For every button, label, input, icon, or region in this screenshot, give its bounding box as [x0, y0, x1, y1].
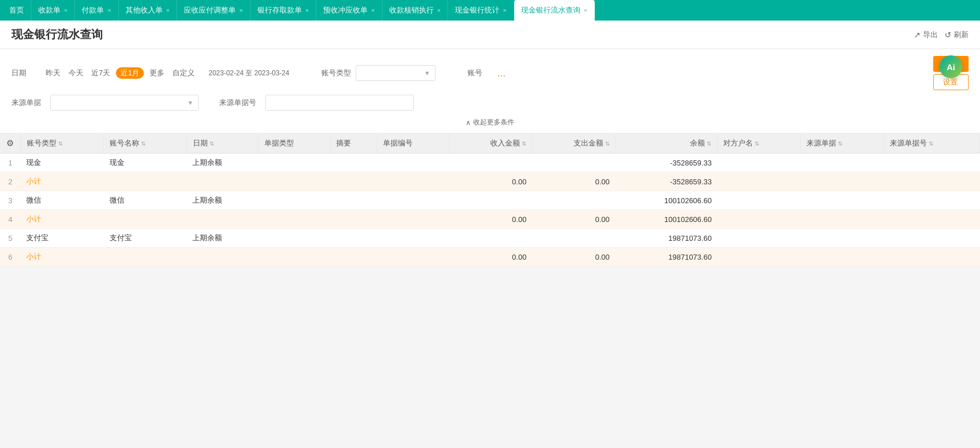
- row-num: 3: [0, 191, 21, 210]
- th-counterpart[interactable]: 对方户名⇅: [717, 134, 801, 154]
- th-expense[interactable]: 支出金额⇅: [532, 134, 615, 154]
- refresh-icon: ↺: [945, 30, 951, 39]
- close-tab-icon[interactable]: ×: [64, 7, 67, 14]
- source-doc-num-cell: [884, 154, 979, 172]
- page-title: 现金银行流水查询: [11, 27, 103, 42]
- date-cell: 上期余额: [187, 229, 258, 248]
- counterpart-cell: [717, 229, 801, 248]
- account-name-cell: [104, 248, 187, 267]
- chevron-down-icon: ▼: [424, 70, 430, 76]
- th-doc_num: 单据编号: [377, 134, 449, 154]
- sort-icon-income: ⇅: [522, 140, 526, 147]
- table-container: ⚙账号类型⇅账号名称⇅日期⇅单据类型摘要单据编号收入金额⇅支出金额⇅余额⇅对方户…: [0, 134, 980, 267]
- export-icon: ↗: [914, 30, 921, 39]
- sort-icon-source_doc_num: ⇅: [929, 140, 933, 147]
- date-shortcut-近7天[interactable]: 近7天: [89, 67, 112, 79]
- collapse-bar[interactable]: ∧ 收起更多条件: [11, 115, 969, 128]
- sort-icon-account_type: ⇅: [58, 140, 63, 147]
- expense-cell: 0.00: [532, 248, 615, 267]
- date-cell: [187, 248, 258, 267]
- date-shortcut-更多[interactable]: 更多: [147, 67, 167, 79]
- date-shortcut-自定义[interactable]: 自定义: [170, 67, 197, 79]
- ai-label: Ai: [947, 62, 955, 72]
- counterpart-cell: [717, 172, 801, 191]
- balance-cell: 100102606.60: [615, 191, 717, 210]
- nav-home[interactable]: 首页: [2, 0, 31, 21]
- sort-icon-counterpart: ⇅: [755, 140, 759, 147]
- counterpart-cell: [717, 191, 801, 210]
- th-doc_type: 单据类型: [258, 134, 330, 154]
- th-account_name[interactable]: 账号名称⇅: [104, 134, 187, 154]
- summary-cell: [330, 229, 377, 248]
- close-tab-icon[interactable]: ×: [166, 7, 170, 14]
- more-options-dots[interactable]: ...: [497, 67, 506, 79]
- doc-type-cell: [258, 172, 330, 191]
- income-cell: [449, 229, 533, 248]
- nav-tab-应收应付调整单[interactable]: 应收应付调整单×: [177, 0, 250, 21]
- close-tab-icon[interactable]: ×: [305, 7, 309, 14]
- row-num: 1: [0, 154, 21, 172]
- account-name-cell: [104, 210, 187, 229]
- close-tab-icon[interactable]: ×: [437, 7, 441, 14]
- counterpart-cell: [717, 248, 801, 267]
- source-doc-num-cell: [884, 191, 979, 210]
- th-income[interactable]: 收入金额⇅: [449, 134, 533, 154]
- refresh-button[interactable]: ↺ 刷新: [945, 30, 969, 40]
- income-cell: 0.00: [449, 172, 533, 191]
- close-tab-icon[interactable]: ×: [239, 7, 243, 14]
- income-cell: 0.00: [449, 210, 533, 229]
- account-name-cell: [104, 172, 187, 191]
- source-doc-num-cell: [884, 229, 979, 248]
- nav-tab-收款核销执行[interactable]: 收款核销执行×: [382, 0, 448, 21]
- nav-tab-付款单[interactable]: 付款单×: [75, 0, 118, 21]
- account-name-cell: 支付宝: [104, 229, 187, 248]
- nav-tab-现金银行流水查询[interactable]: 现金银行流水查询×: [514, 0, 595, 21]
- account-type-cell: 小计: [21, 210, 104, 229]
- th-account_type[interactable]: 账号类型⇅: [21, 134, 104, 154]
- close-tab-icon[interactable]: ×: [107, 7, 111, 14]
- table-row: 2小计0.000.00-3528659.33: [0, 172, 980, 191]
- source-doc-select[interactable]: ▼: [50, 95, 199, 111]
- th-gear: ⚙: [0, 134, 21, 154]
- export-button[interactable]: ↗ 导出: [914, 30, 938, 40]
- counterpart-cell: [717, 154, 801, 172]
- date-cell: [187, 210, 258, 229]
- source-doc-num-cell: [884, 172, 979, 191]
- date-shortcut-近1月[interactable]: 近1月: [116, 67, 144, 79]
- row-num: 4: [0, 210, 21, 229]
- chevron-up-icon: ∧: [466, 119, 471, 127]
- sort-icon-expense: ⇅: [605, 140, 610, 147]
- row-num: 6: [0, 248, 21, 267]
- th-source_doc_num[interactable]: 来源单据号⇅: [884, 134, 979, 154]
- refresh-label: 刷新: [954, 30, 969, 40]
- nav-tab-预收冲应收单[interactable]: 预收冲应收单×: [316, 0, 382, 21]
- gear-icon[interactable]: ⚙: [6, 138, 14, 148]
- balance-cell: 100102606.60: [615, 210, 717, 229]
- th-balance[interactable]: 余额⇅: [615, 134, 717, 154]
- close-tab-icon[interactable]: ×: [584, 7, 587, 14]
- main-table: ⚙账号类型⇅账号名称⇅日期⇅单据类型摘要单据编号收入金额⇅支出金额⇅余额⇅对方户…: [0, 134, 980, 267]
- income-cell: 0.00: [449, 248, 533, 267]
- date-shortcut-昨天[interactable]: 昨天: [43, 67, 63, 79]
- nav-tab-现金银行统计[interactable]: 现金银行统计×: [448, 0, 514, 21]
- balance-cell: -3528659.33: [615, 154, 717, 172]
- export-label: 导出: [923, 30, 938, 40]
- sort-icon-date: ⇅: [209, 140, 214, 147]
- collapse-label: 收起更多条件: [473, 118, 514, 127]
- th-date[interactable]: 日期⇅: [187, 134, 258, 154]
- nav-tab-银行存取款单[interactable]: 银行存取款单×: [251, 0, 316, 21]
- doc-type-cell: [258, 191, 330, 210]
- date-shortcut-今天[interactable]: 今天: [66, 67, 86, 79]
- account-type-select[interactable]: ▼: [356, 65, 435, 81]
- doc-num-cell: [377, 229, 449, 248]
- table-row: 4小计0.000.00100102606.60: [0, 210, 980, 229]
- close-tab-icon[interactable]: ×: [371, 7, 374, 14]
- nav-tab-收款单[interactable]: 收款单×: [31, 0, 75, 21]
- th-source_doc[interactable]: 来源单据⇅: [801, 134, 884, 154]
- date-shortcuts: 昨天今天近7天近1月更多自定义: [43, 67, 197, 79]
- close-tab-icon[interactable]: ×: [503, 7, 506, 14]
- nav-tab-其他收入单[interactable]: 其他收入单×: [119, 0, 177, 21]
- ai-assistant-button[interactable]: Ai: [939, 55, 962, 78]
- source-doc-num-input[interactable]: [265, 95, 414, 111]
- doc-num-cell: [377, 172, 449, 191]
